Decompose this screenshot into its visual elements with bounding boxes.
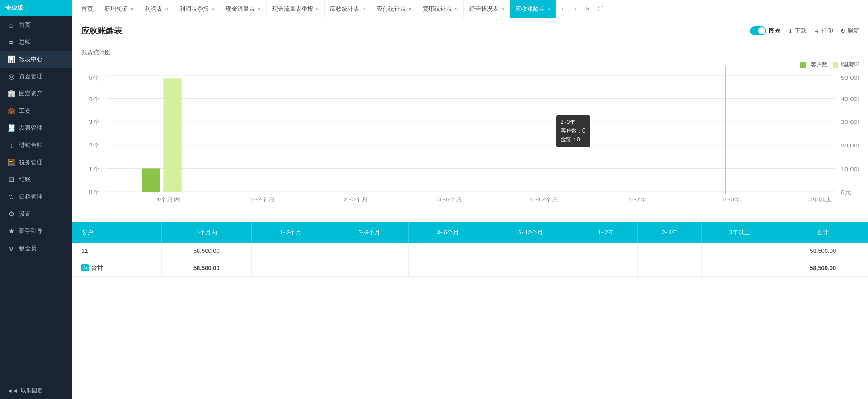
svg-text:0个: 0个	[89, 189, 100, 195]
sidebar-item-ledger[interactable]: ≡ 总账	[0, 33, 72, 51]
total-m1: 58,500.00	[162, 259, 251, 277]
tab-ar-aging[interactable]: 应收账龄表 ×	[510, 0, 556, 18]
tab-ar-stats[interactable]: 应收统计表 ×	[325, 0, 371, 18]
download-button[interactable]: ⬇ 下载	[788, 27, 807, 35]
cell-y3plus	[702, 243, 778, 259]
reports-icon: 📊	[7, 55, 15, 63]
unpin-button[interactable]: ◄◄ 取消固定	[0, 382, 72, 399]
svg-text:30,000.00元: 30,000.00元	[841, 119, 859, 125]
legend-customer-icon	[800, 62, 806, 68]
chart-area: 账龄统计图 客户数 金额 0个 1个 2个 3个 4个 5个	[72, 41, 868, 222]
ledger-icon: ≡	[7, 38, 15, 46]
unpin-icon: ◄◄	[7, 388, 18, 394]
tab-cashflow[interactable]: 现金流量表 ×	[220, 0, 266, 18]
sidebar-item-home[interactable]: ⌂ 首页	[0, 16, 72, 33]
sidebar-item-label: 资金管理	[19, 72, 42, 81]
total-m36	[409, 259, 487, 277]
col-m1: 1个月内	[162, 222, 251, 243]
page-title: 应收账龄表	[81, 25, 122, 36]
refresh-button[interactable]: ↻ 刷新	[840, 27, 859, 35]
sidebar-item-label: 固定资产	[19, 90, 42, 98]
sidebar-item-tax[interactable]: 🧮 税务管理	[0, 154, 72, 171]
cell-y12	[574, 243, 638, 259]
inventory-icon: ↕	[7, 142, 15, 149]
legend-amount-label: 金额	[844, 61, 854, 69]
cell-m23	[330, 243, 409, 259]
sidebar-item-label: 归档管理	[19, 193, 42, 201]
sidebar-item-settings[interactable]: ⚙ 设置	[0, 205, 72, 223]
sidebar-item-closing[interactable]: ⊟ 结账	[0, 171, 72, 188]
cell-m12	[251, 243, 330, 259]
tab-close-profit-q[interactable]: ×	[212, 6, 214, 12]
total-m12	[251, 259, 330, 277]
legend-customer-label: 客户数	[811, 61, 827, 69]
sidebar-item-assets[interactable]: 🏢 固定资产	[0, 85, 72, 102]
tab-close-cashflow-q[interactable]: ×	[316, 6, 319, 12]
tab-cashflow-q[interactable]: 现金流量表季报 ×	[267, 0, 325, 18]
vip-icon: V	[7, 245, 15, 252]
invoice-icon: 🧾	[7, 124, 15, 132]
chart-toggle-wrap[interactable]: 图表	[750, 26, 781, 35]
svg-text:1~2年: 1~2年	[629, 196, 647, 202]
tab-expense[interactable]: 费用统计表 ×	[417, 0, 463, 18]
tab-profit-q[interactable]: 利润表季报 ×	[174, 0, 220, 18]
content-area: 应收账龄表 图表 ⬇ 下载 🖨 打印 ↻ 刷新	[72, 18, 868, 399]
svg-text:3个: 3个	[89, 119, 100, 125]
total-total: 58,500.00	[778, 259, 868, 277]
tab-profit[interactable]: 利润表 ×	[139, 0, 174, 18]
cell-customer: 11	[72, 243, 162, 259]
print-button[interactable]: 🖨 打印	[814, 27, 833, 35]
sidebar-item-inventory[interactable]: ↕ 进销台账	[0, 137, 72, 154]
total-row: Ai 合计 58,500.00 58,500.00	[72, 259, 868, 277]
col-m612: 6~12个月	[487, 222, 574, 243]
cell-total: 58,500.00	[778, 243, 868, 259]
col-total: 合计	[778, 222, 868, 243]
svg-text:1个: 1个	[89, 166, 100, 172]
tab-home[interactable]: 首页	[76, 0, 99, 18]
tab-maximize-button[interactable]: ⛶	[594, 3, 607, 15]
sidebar-item-salary[interactable]: 💼 工资	[0, 102, 72, 119]
tab-close-voucher[interactable]: ×	[131, 6, 133, 12]
sidebar-item-reports[interactable]: 📊 报表中心	[0, 51, 72, 68]
settings-icon: ⚙	[7, 210, 15, 218]
total-label-cell: Ai 合计	[72, 259, 162, 277]
tab-operation[interactable]: 经营状况表 ×	[464, 0, 510, 18]
download-icon: ⬇	[788, 28, 793, 34]
col-m12: 1~2个月	[251, 222, 330, 243]
tab-close-cashflow[interactable]: ×	[258, 6, 260, 12]
tab-close-ar-stats[interactable]: ×	[362, 6, 365, 12]
guide-icon: ★	[7, 227, 15, 235]
sidebar-item-funds[interactable]: ◎ 资金管理	[0, 68, 72, 85]
col-y3plus: 3年以上	[702, 222, 778, 243]
tab-close-ar-aging[interactable]: ×	[547, 6, 550, 12]
svg-text:3年以上: 3年以上	[808, 196, 832, 202]
bar-chart: 0个 1个 2个 3个 4个 5个 0元 10,000.00元	[81, 61, 859, 206]
svg-text:2~3年: 2~3年	[723, 196, 741, 202]
app-logo: 专业版	[0, 0, 72, 16]
chart-toggle-label: 图表	[769, 27, 781, 35]
sidebar-item-vip[interactable]: V 畅会员	[0, 240, 72, 257]
total-m23	[330, 259, 409, 277]
tab-voucher[interactable]: 新增凭证 ×	[99, 0, 139, 18]
svg-text:1个月内: 1个月内	[156, 196, 180, 202]
tab-close-profit[interactable]: ×	[165, 6, 168, 12]
sidebar-item-label: 工资	[19, 107, 31, 115]
tab-close-operation[interactable]: ×	[501, 6, 504, 12]
tab-close-ap-stats[interactable]: ×	[409, 6, 411, 12]
sidebar-item-guide[interactable]: ★ 新手引导	[0, 223, 72, 240]
col-y23: 2~3年	[638, 222, 702, 243]
tab-prev-button[interactable]: ‹	[556, 3, 569, 15]
sidebar-item-invoice[interactable]: 🧾 发票管理	[0, 119, 72, 137]
assets-icon: 🏢	[7, 90, 15, 98]
tab-close-expense[interactable]: ×	[455, 6, 458, 12]
tab-next-button[interactable]: ›	[569, 3, 581, 15]
tab-close-all-button[interactable]: ✕	[581, 3, 594, 15]
tab-ap-stats[interactable]: 应付统计表 ×	[371, 0, 417, 18]
sidebar-item-archive[interactable]: 🗂 归档管理	[0, 188, 72, 205]
col-customer: 客户	[72, 222, 162, 243]
funds-icon: ◎	[7, 72, 15, 81]
svg-text:0元: 0元	[841, 190, 851, 195]
svg-text:20,000.00元: 20,000.00元	[841, 143, 859, 149]
cell-m612	[487, 243, 574, 259]
chart-toggle[interactable]	[750, 26, 766, 35]
